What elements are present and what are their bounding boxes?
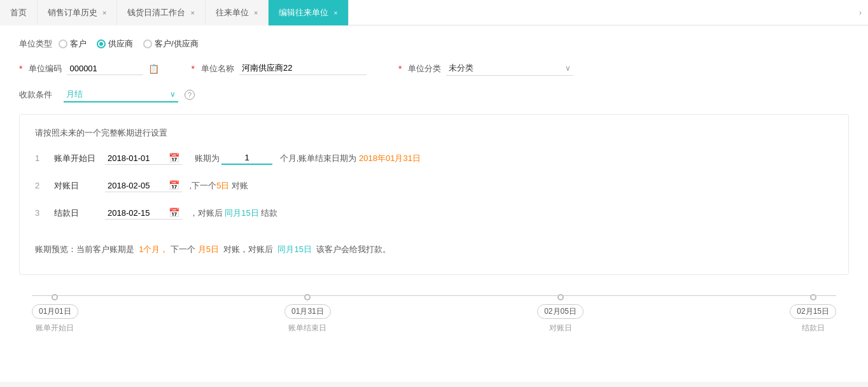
help-icon[interactable]: ?: [185, 90, 195, 100]
tab-edit-partner[interactable]: 编辑往来单位 ×: [269, 0, 348, 25]
row-1-desc-prefix: 账期为: [192, 153, 221, 164]
tab-cash-desk[interactable]: 钱货日清工作台 ×: [117, 0, 205, 25]
row-1-type: 账单开始日: [54, 153, 105, 164]
unit-code-star: *: [19, 64, 22, 74]
tab-home-label: 首页: [10, 7, 27, 18]
setting-row-2: 2 对账日 📅 ,下一个5日 对账: [35, 179, 833, 192]
tl-badge-1: 01月31日: [284, 304, 331, 319]
tl-dot-2: [557, 294, 564, 300]
unit-name-star: *: [191, 64, 194, 74]
preview-label: 账期预览：当前客户账期是: [35, 244, 137, 254]
unit-category-field: * 单位分类 未分类 ∨: [398, 61, 573, 76]
row-1-calendar-icon[interactable]: 📅: [169, 153, 179, 163]
setting-row-1: 1 账单开始日 📅 账期为 个月,账单结束日期为 2018年01月31日: [35, 151, 833, 165]
preview-part2: 下一个: [171, 244, 195, 254]
row-1-num: 1: [35, 153, 54, 163]
preview-part3: 对账，对账后: [221, 244, 276, 254]
payment-condition-value: 月结: [66, 88, 167, 100]
unit-type-label: 单位类型: [19, 38, 52, 50]
unit-name-input[interactable]: [239, 62, 367, 75]
tab-cash-desk-label: 钱货日清工作台: [127, 7, 185, 18]
preview-part2-highlight: 月5日: [198, 244, 219, 254]
unit-code-input[interactable]: [67, 62, 143, 75]
tab-partner[interactable]: 往来单位 ×: [206, 0, 269, 25]
row-1-date-wrap: 📅: [105, 151, 182, 165]
radio-supplier[interactable]: 供应商: [97, 38, 133, 50]
tl-item-2: 02月05日 对账日: [537, 294, 584, 334]
preview-section: 账期预览：当前客户账期是 1个月， 下一个 月5日 对账，对账后 同月15日 该…: [35, 234, 833, 262]
row-2-calendar-icon[interactable]: 📅: [169, 180, 179, 190]
row-2-desc: ,下一个5日 对账: [187, 180, 248, 192]
tab-sales-history[interactable]: 销售订单历史 ×: [38, 0, 117, 25]
tab-partner-label: 往来单位: [216, 7, 249, 18]
tl-badge-3: 02月15日: [790, 304, 836, 319]
tl-item-3: 02月15日 结款日: [790, 294, 836, 334]
tabs-bar: 首页 销售订单历史 × 钱货日清工作台 × 往来单位 × 编辑往来单位 × ›: [0, 0, 868, 25]
row-1-highlight: 2018年01月31日: [359, 153, 421, 163]
row-3-calendar-icon[interactable]: 📅: [169, 208, 179, 218]
tl-badge-2: 02月05日: [537, 304, 584, 319]
row-3-desc: ，对账后 同月15日 结款: [187, 208, 277, 219]
tl-dot-0: [52, 294, 58, 300]
unit-type-row: 单位类型 客户 供应商 客户/供应商: [19, 38, 849, 50]
payment-condition-row: 收款条件 月结 ∨ ?: [19, 87, 849, 102]
tl-label-3: 结款日: [802, 323, 825, 334]
row-2-date-input[interactable]: [108, 181, 165, 190]
radio-customer-circle: [59, 39, 67, 48]
radio-supplier-label: 供应商: [108, 38, 133, 50]
radio-both-label: 客户/供应商: [155, 38, 199, 50]
card-title: 请按照未来的一个完整帐期进行设置: [35, 127, 833, 139]
radio-customer[interactable]: 客户: [59, 38, 87, 50]
radio-customer-label: 客户: [70, 38, 87, 50]
row-1-date-input[interactable]: [108, 153, 165, 163]
unit-category-star: *: [398, 64, 402, 74]
preview-part4-highlight: 同月15日: [277, 244, 311, 254]
unit-category-chevron-icon: ∨: [565, 64, 571, 73]
unit-code-icon[interactable]: 📋: [148, 64, 159, 74]
tab-sales-history-close[interactable]: ×: [102, 9, 106, 17]
preview-part5: 该客户会给我打款。: [314, 244, 391, 254]
unit-code-label: 单位编码: [29, 63, 62, 74]
payment-condition-chevron-icon: ∨: [170, 90, 176, 99]
tl-label-1: 账单结束日: [288, 323, 326, 334]
row-1-period-input[interactable]: [221, 151, 272, 165]
row-2-date-wrap: 📅: [105, 179, 182, 192]
row-2-type: 对账日: [54, 180, 105, 192]
row-3-highlight: 同月15日: [225, 208, 258, 218]
tab-home[interactable]: 首页: [0, 0, 38, 25]
tab-partner-close[interactable]: ×: [254, 9, 258, 17]
unit-info-row: * 单位编码 📋 * 单位名称 * 单位分类 未分类 ∨: [19, 61, 849, 76]
payment-condition-select[interactable]: 月结 ∨: [64, 87, 178, 102]
row-3-type: 结款日: [54, 208, 105, 219]
tl-dot-1: [304, 294, 311, 300]
tl-item-1: 01月31日 账单结束日: [284, 294, 331, 334]
row-3-num: 3: [35, 208, 54, 218]
row-2-num: 2: [35, 181, 54, 190]
tab-edit-partner-label: 编辑往来单位: [279, 7, 328, 18]
row-1-desc-suffix: 个月,账单结束日期为 2018年01月31日: [277, 153, 421, 164]
unit-name-label: 单位名称: [201, 63, 234, 74]
tab-scroll-arrow[interactable]: ›: [853, 0, 868, 25]
row-3-date-wrap: 📅: [105, 206, 182, 220]
tl-label-0: 账单开始日: [36, 323, 74, 334]
unit-category-label: 单位分类: [408, 63, 441, 74]
settings-card: 请按照未来的一个完整帐期进行设置 1 账单开始日 📅 账期为 个月,账单结束日期…: [19, 114, 849, 275]
radio-both[interactable]: 客户/供应商: [143, 38, 199, 50]
tab-edit-partner-close[interactable]: ×: [333, 9, 337, 17]
tl-dot-3: [810, 294, 816, 300]
tl-item-0: 01月01日 账单开始日: [32, 294, 78, 334]
preview-part1: 1个月，: [139, 244, 168, 254]
unit-name-field: * 单位名称: [191, 62, 366, 75]
setting-row-3: 3 结款日 📅 ，对账后 同月15日 结款: [35, 206, 833, 220]
radio-supplier-circle: [97, 39, 106, 48]
tab-sales-history-label: 销售订单历史: [48, 7, 97, 18]
tl-badge-0: 01月01日: [32, 304, 78, 319]
timeline: 01月01日 账单开始日 01月31日 账单结束日 02月05日 对账日 02月…: [19, 288, 849, 334]
payment-condition-label: 收款条件: [19, 89, 52, 101]
unit-type-radio-group: 客户 供应商 客户/供应商: [59, 38, 199, 50]
row-3-date-input[interactable]: [108, 208, 165, 218]
unit-category-select[interactable]: 未分类 ∨: [446, 61, 573, 76]
unit-category-value: 未分类: [449, 62, 563, 74]
unit-code-field: * 单位编码 📋: [19, 62, 159, 75]
tab-cash-desk-close[interactable]: ×: [190, 9, 194, 17]
